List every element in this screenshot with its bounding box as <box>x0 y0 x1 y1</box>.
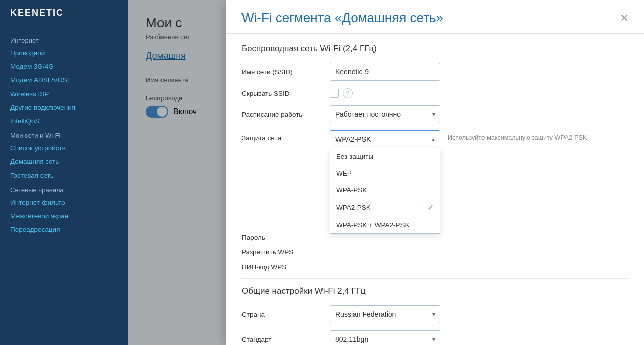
wpa2-psk-checkmark-icon: ✓ <box>427 203 434 212</box>
country-row: Страна Russian Federation ▾ <box>242 305 629 323</box>
standard-label: Стандарт <box>242 336 330 343</box>
country-label: Страна <box>242 311 330 318</box>
security-option-none[interactable]: Без защиты <box>330 148 440 165</box>
modal-close-button[interactable]: ✕ <box>620 13 629 24</box>
sidebar-item-other-conn[interactable]: Другие подключения <box>0 101 128 114</box>
security-hint: Используйте максимальную защиту WPA2-PSK <box>448 130 587 141</box>
sidebar-nav: Интернет Проводной Модем 3G/4G Модем ADS… <box>0 25 128 244</box>
security-chevron-up-icon: ▴ <box>432 136 435 143</box>
sidebar-item-wireless-isp[interactable]: Wireless ISP <box>0 87 128 101</box>
security-option-wep[interactable]: WEP <box>330 165 440 182</box>
standard-select[interactable]: 802.11bgn <box>330 330 440 345</box>
standard-select-wrapper: 802.11bgn ▾ <box>330 330 440 345</box>
sidebar-item-intelliqos[interactable]: IntelliQoS <box>0 114 128 128</box>
security-dropdown-menu: Без защиты WEP WPA-PSK WPA2-PSK ✓ <box>330 148 440 234</box>
security-dropdown-wrapper: WPA2-PSK ▴ Без защиты WEP WPA-PSK <box>330 130 440 148</box>
wps-pin-label: ПИН-код WPS <box>242 263 330 271</box>
logo: KEENETIC <box>10 8 64 18</box>
wps-pin-row: ПИН-код WPS <box>242 263 629 271</box>
ssid-input-wrapper <box>330 63 440 81</box>
allow-wps-label: Разрешить WPS <box>242 248 330 256</box>
password-row: Пароль <box>242 234 629 241</box>
sidebar-section-wifi: Мои сети и Wi-Fi <box>0 128 128 141</box>
ssid-label: Имя сети (SSID) <box>242 68 330 76</box>
security-dropdown-trigger[interactable]: WPA2-PSK ▴ <box>330 130 440 148</box>
sidebar-item-modemadsl[interactable]: Модем ADSL/VDSL <box>0 73 128 87</box>
modal-body: Беспроводная сеть Wi-Fi (2,4 ГГц) Имя се… <box>226 34 644 345</box>
wifi-24-section-heading: Беспроводная сеть Wi-Fi (2,4 ГГц) <box>242 44 629 54</box>
modal-header: Wi-Fi сегмента «Домашняя сеть» ✕ <box>226 0 644 34</box>
schedule-select-wrapper: Работает постоянно ▾ <box>330 105 440 123</box>
sidebar-item-modem3g4g[interactable]: Модем 3G/4G <box>0 60 128 73</box>
security-row: Защита сети WPA2-PSK ▴ Без защиты WEP <box>242 130 629 148</box>
hide-ssid-help-icon[interactable]: ? <box>343 88 353 98</box>
sidebar: KEENETIC Интернет Проводной Модем 3G/4G … <box>0 0 128 345</box>
modal-title: Wi-Fi сегмента «Домашняя сеть» <box>242 10 443 26</box>
hide-ssid-row: Скрывать SSID ? <box>242 88 629 98</box>
sidebar-section-rules: Сетевые правила <box>0 182 128 196</box>
sidebar-item-wired[interactable]: Проводной <box>0 46 128 60</box>
sidebar-item-home-net[interactable]: Домашняя сеть <box>0 155 128 168</box>
section-divider <box>242 278 629 279</box>
standard-row: Стандарт 802.11bgn ▾ <box>242 330 629 345</box>
country-select[interactable]: Russian Federation <box>330 305 440 323</box>
logo-bar: KEENETIC <box>0 0 128 25</box>
sidebar-item-redirect[interactable]: Переадресация <box>0 223 128 236</box>
schedule-label: Расписание работы <box>242 111 330 118</box>
wifi-segment-modal: Wi-Fi сегмента «Домашняя сеть» ✕ Беспров… <box>226 0 644 345</box>
sidebar-item-devices[interactable]: Список устройств <box>0 141 128 155</box>
security-option-wpa-psk[interactable]: WPA-PSK <box>330 182 440 198</box>
sidebar-item-guest-net[interactable]: Гостевая сеть <box>0 168 128 182</box>
ssid-input[interactable] <box>330 63 440 81</box>
password-label: Пароль <box>242 234 330 241</box>
sidebar-item-firewall[interactable]: Межсетевой экран <box>0 209 128 223</box>
schedule-row: Расписание работы Работает постоянно ▾ <box>242 105 629 123</box>
main-area: Мои с Разбиение сет Домашня Имя сегмента… <box>128 0 644 345</box>
country-select-wrapper: Russian Federation ▾ <box>330 305 440 323</box>
security-option-wpa2-psk[interactable]: WPA2-PSK ✓ <box>330 198 440 217</box>
sidebar-item-filter[interactable]: Интернет-фильтр <box>0 196 128 209</box>
hide-ssid-label: Скрывать SSID <box>242 90 330 97</box>
hide-ssid-checkbox[interactable] <box>330 89 339 98</box>
general-wifi-section-heading: Общие настройки Wi-Fi 2,4 ГГц <box>242 286 629 296</box>
hide-ssid-checkbox-wrapper: ? <box>330 88 353 98</box>
allow-wps-row: Разрешить WPS <box>242 248 629 256</box>
ssid-row: Имя сети (SSID) <box>242 63 629 81</box>
schedule-select[interactable]: Работает постоянно <box>330 105 440 123</box>
security-selected-value: WPA2-PSK <box>335 135 371 143</box>
security-label: Защита сети <box>242 130 330 142</box>
security-option-wpa-wpa2[interactable]: WPA-PSK + WPA2-PSK <box>330 217 440 233</box>
sidebar-section-internet: Интернет <box>0 33 128 46</box>
